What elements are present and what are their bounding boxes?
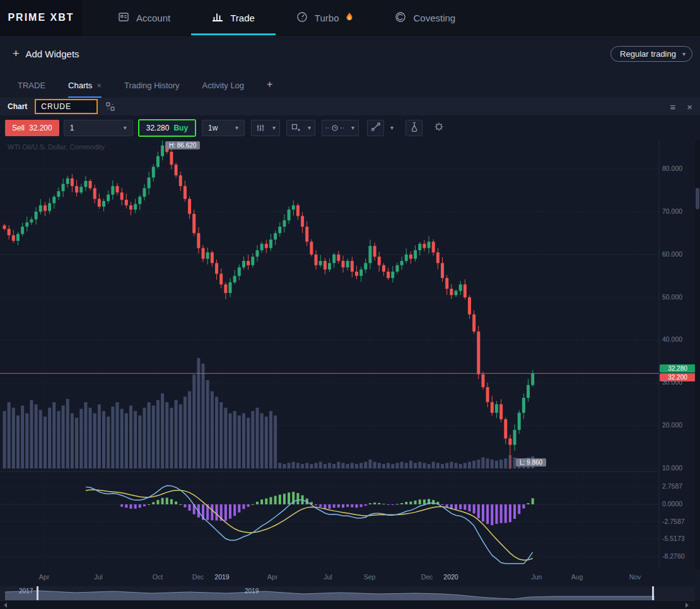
symbol-input-highlight xyxy=(35,99,98,114)
x-axis-label: 2020 xyxy=(443,573,458,581)
candlestick-chart[interactable] xyxy=(0,140,695,569)
quantity-value: 1 xyxy=(70,124,74,132)
x-axis-label: Oct xyxy=(153,573,163,581)
flame-icon xyxy=(346,12,353,23)
alembic-icon xyxy=(409,122,419,134)
tab-trade[interactable]: TRADE xyxy=(18,81,45,98)
settings-button[interactable] xyxy=(430,120,447,136)
macd-line xyxy=(86,485,533,564)
x-axis-label: Dec xyxy=(421,573,433,581)
tab-trading-history[interactable]: Trading History xyxy=(124,81,180,98)
trading-mode-value: Regular trading xyxy=(620,49,676,59)
add-tab-button[interactable]: + xyxy=(267,79,272,98)
x-axis-label: 2019 xyxy=(214,573,229,581)
alerts-button[interactable] xyxy=(405,120,423,136)
gear-icon xyxy=(434,122,444,134)
horizontal-scrollbar[interactable] xyxy=(0,600,695,609)
countdown-dropdown[interactable]: ▾ xyxy=(322,120,359,136)
nav-item-label: Account xyxy=(136,13,170,23)
x-axis-label: Aug xyxy=(571,573,583,581)
buy-price: 32.280 xyxy=(146,124,170,132)
nav-item-label: Covesting xyxy=(413,13,455,23)
plus-icon: + xyxy=(13,47,20,61)
trading-mode-select[interactable]: Regular trading ▾ xyxy=(610,46,692,62)
top-nav: PRIME XBT Account Trade Turbo xyxy=(0,0,700,36)
chart-style-icon xyxy=(287,123,304,133)
scroll-right-icon[interactable] xyxy=(685,603,689,608)
nav-item-account[interactable]: Account xyxy=(97,0,191,35)
trade-icon xyxy=(212,11,223,25)
symbol-input[interactable] xyxy=(36,100,96,113)
x-axis-label: Nov xyxy=(629,573,641,581)
x-axis-label: Jun xyxy=(532,573,542,581)
chevron-down-icon: ▾ xyxy=(304,124,315,131)
buy-button-highlight: 32.280 Buy xyxy=(138,119,196,137)
tab-label: TRADE xyxy=(18,81,45,90)
quantity-select[interactable]: 1 ▾ xyxy=(64,120,133,136)
x-axis-label: Jul xyxy=(94,573,102,581)
tab-activity-log[interactable]: Activity Log xyxy=(202,81,244,98)
x-axis-label: Dec xyxy=(192,573,204,581)
indicators-dropdown[interactable]: ▾ xyxy=(251,120,280,136)
sell-price: 32.200 xyxy=(29,124,52,132)
widgets-row: + Add Widgets Regular trading ▾ xyxy=(0,36,700,71)
turbo-icon xyxy=(296,11,308,25)
chart-style-dropdown[interactable]: ▾ xyxy=(286,120,315,136)
range-navigator[interactable]: 20172019 xyxy=(0,586,695,600)
navigator-left-handle[interactable] xyxy=(37,586,38,600)
x-axis[interactable]: AprJulOctDec2019AprJulSepDec2020JunAugNo… xyxy=(0,569,695,586)
chevron-down-icon: ▾ xyxy=(347,124,358,131)
primexbt-logo[interactable]: PRIME XBT xyxy=(0,0,82,35)
nav-item-trade[interactable]: Trade xyxy=(191,0,276,35)
add-widgets-label: Add Widgets xyxy=(26,49,79,59)
vertical-scroll-thumb[interactable] xyxy=(696,188,699,209)
nav-items: Account Trade Turbo xyxy=(97,0,476,35)
panel-header-actions: ≡ × xyxy=(670,102,692,112)
navigator-year-label: 2019 xyxy=(245,588,259,594)
chart-toolbar: Sell 32.200 1 ▾ 32.280 Buy 1w ▾ ▾ xyxy=(0,115,700,140)
x-axis-label: Sep xyxy=(364,573,376,581)
vertical-scrollbar[interactable] xyxy=(695,140,700,569)
drawing-tools-button[interactable] xyxy=(367,120,384,136)
navigator-right-handle[interactable] xyxy=(652,586,654,600)
buy-button[interactable]: 32.280 Buy xyxy=(139,120,195,136)
primexbt-app: PRIME XBT Account Trade Turbo xyxy=(0,0,700,609)
chevron-down-icon: ▾ xyxy=(682,50,685,57)
drawing-tools-dropdown[interactable]: ▾ xyxy=(387,120,397,136)
chart-panel-header: Chart ≡ × xyxy=(0,98,700,115)
nav-item-turbo[interactable]: Turbo xyxy=(276,0,375,35)
tab-charts[interactable]: Charts × xyxy=(68,81,102,98)
x-axis-label: Apr xyxy=(267,573,277,581)
menu-icon[interactable]: ≡ xyxy=(670,102,675,112)
covesting-icon xyxy=(395,11,406,25)
scroll-left-icon[interactable] xyxy=(4,603,7,608)
add-widgets-button[interactable]: + Add Widgets xyxy=(13,47,79,61)
chevron-down-icon: ▾ xyxy=(387,124,397,131)
close-icon[interactable]: × xyxy=(96,81,102,90)
chevron-down-icon: ▾ xyxy=(124,124,127,131)
macd-histogram xyxy=(120,492,534,525)
workspace-tabs: TRADE Charts × Trading History Activity … xyxy=(0,71,700,98)
account-icon xyxy=(118,11,129,25)
close-icon[interactable]: × xyxy=(687,102,692,112)
buy-label: Buy xyxy=(173,124,188,132)
navigator-year-label: 2017 xyxy=(19,588,33,594)
timeframe-select[interactable]: 1w ▾ xyxy=(202,120,245,136)
countdown-icon xyxy=(322,123,347,133)
symbol-link-icon[interactable] xyxy=(105,102,115,112)
indicators-icon xyxy=(252,123,269,133)
chevron-down-icon: ▾ xyxy=(235,124,238,131)
trend-line-icon xyxy=(371,122,381,134)
x-axis-label: Apr xyxy=(39,573,49,581)
sell-button[interactable]: Sell 32.200 xyxy=(5,120,59,136)
tab-label: Trading History xyxy=(124,81,180,90)
scrollbar-corner xyxy=(695,600,700,609)
sell-label: Sell xyxy=(12,124,25,132)
timeframe-value: 1w xyxy=(208,124,218,132)
macd-signal-line xyxy=(86,490,533,560)
chevron-down-icon: ▾ xyxy=(269,124,279,131)
panel-title: Chart xyxy=(8,102,27,111)
tab-label: Activity Log xyxy=(202,81,244,90)
nav-item-label: Turbo xyxy=(315,13,339,23)
nav-item-covesting[interactable]: Covesting xyxy=(374,0,476,35)
